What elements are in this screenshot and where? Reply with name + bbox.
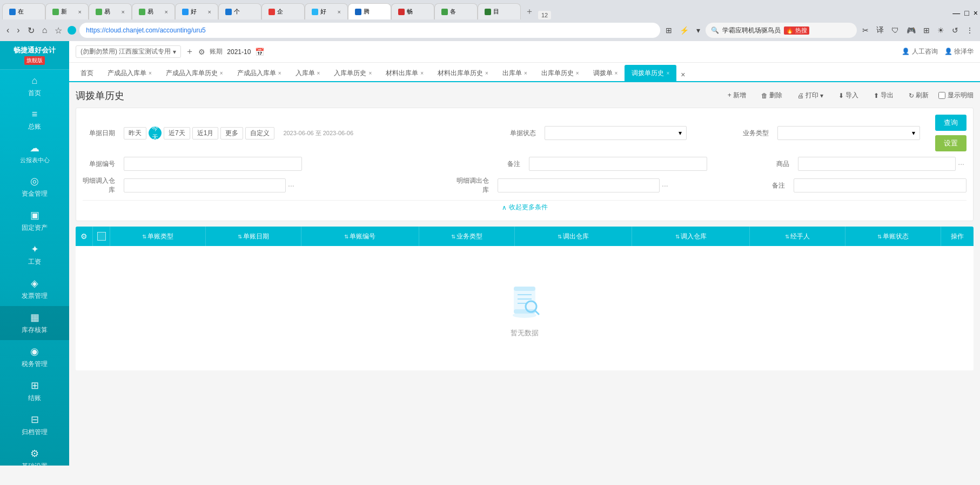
sidebar-item-inventory[interactable]: ▦ 库存核算 — [0, 306, 69, 340]
delete-btn[interactable]: 🗑 删除 — [756, 89, 788, 102]
sidebar-item-ledger[interactable]: ≡ 总账 — [0, 103, 69, 137]
browser-tab-9[interactable]: 腾 — [348, 3, 391, 19]
back-btn[interactable]: ‹ — [4, 23, 11, 37]
browser-tab-4[interactable]: 易 × — [132, 3, 175, 19]
tab-close-transfer[interactable]: × — [615, 70, 618, 76]
yesterday-btn[interactable]: 昨天 — [124, 127, 146, 139]
browser-tab-7[interactable]: 企 — [261, 3, 305, 19]
refresh-browser-btn[interactable]: ↻ — [25, 23, 37, 38]
close-btn[interactable]: × — [974, 9, 978, 17]
col-biztype[interactable]: ⇅ 业务类型 — [419, 227, 515, 246]
sidebar-item-report[interactable]: ☁ 云报表中心 — [0, 137, 69, 170]
home-btn[interactable]: ⌂ — [40, 23, 50, 37]
tab-in[interactable]: 入库单 × — [288, 65, 327, 81]
collapse-bar[interactable]: ∧ 收起更多条件 — [83, 200, 966, 214]
tab-close-out-history[interactable]: × — [576, 70, 579, 76]
in-warehouse-ellipsis-btn[interactable]: ··· — [286, 181, 297, 190]
minimize-btn[interactable]: — — [952, 9, 960, 17]
dropdown-btn[interactable]: ▾ — [694, 25, 702, 36]
sidebar-item-invoice[interactable]: ◈ 发票管理 — [0, 272, 69, 306]
extensions-btn[interactable]: ⊞ — [663, 25, 674, 36]
col-out[interactable]: ⇅ 调出仓库 — [515, 227, 633, 246]
tab-out[interactable]: 出库单 × — [495, 65, 534, 81]
theme-btn[interactable]: ☀ — [935, 25, 947, 36]
tab-close-out[interactable]: × — [524, 70, 527, 76]
grid-btn[interactable]: ⊞ — [921, 25, 932, 36]
tab-material-out[interactable]: 材料出库单 × — [379, 65, 431, 81]
tab-close-material-out-history[interactable]: × — [485, 70, 488, 76]
col-no[interactable]: ⇅ 单账编号 — [301, 227, 419, 246]
sidebar-item-fund[interactable]: ◎ 资金管理 — [0, 170, 69, 204]
browser-tab-1[interactable]: 在 — [2, 3, 45, 19]
browser-tab-11[interactable]: 各 — [434, 3, 478, 19]
close-all-tabs-btn[interactable]: × — [679, 68, 687, 81]
bookmark-btn[interactable]: ☆ — [52, 23, 64, 38]
refresh-btn[interactable]: ↻ 刷新 — [903, 89, 934, 102]
thunder-btn[interactable]: ⚡ — [677, 25, 691, 36]
col-date[interactable]: ⇅ 单账日期 — [206, 227, 301, 246]
tab-out-history[interactable]: 出库单历史 × — [534, 65, 586, 81]
display-detail-checkbox[interactable]: 显示明细 — [938, 91, 974, 100]
out-warehouse-ellipsis-btn[interactable]: ··· — [660, 181, 670, 190]
browser-tab-2[interactable]: 新 × — [45, 3, 89, 19]
browser-tab-10[interactable]: 畅 — [391, 3, 434, 19]
7days-btn[interactable]: 近7天 — [164, 127, 190, 139]
tab-product-in[interactable]: 产成品入库单 × — [100, 65, 159, 81]
tab-close-transfer-history[interactable]: × — [666, 70, 669, 76]
more-btn[interactable]: 更多 — [220, 127, 243, 139]
sidebar-item-tax[interactable]: ◉ 税务管理 — [0, 340, 69, 374]
tab-material-out-history[interactable]: 材料出库单历史 × — [431, 65, 495, 81]
note-filter-input[interactable] — [529, 157, 707, 171]
sidebar-item-salary[interactable]: ✦ 工资 — [0, 238, 69, 272]
tab-close-material-out[interactable]: × — [420, 70, 424, 76]
new-tab-btn[interactable]: ＋ — [521, 4, 538, 19]
browser-tab-6[interactable]: 个 — [218, 3, 261, 19]
sidebar-item-settings[interactable]: ⚙ 基础设置 — [0, 442, 69, 466]
company-selector[interactable]: (勿删勿禁用) 江西服宝测试专用 ▾ — [76, 45, 181, 58]
import-btn[interactable]: ⬇ 导入 — [833, 89, 864, 102]
calendar-icon[interactable]: 📅 — [255, 48, 264, 56]
col-status[interactable]: ⇅ 单账状态 — [845, 227, 941, 246]
game-btn[interactable]: 🎮 — [904, 25, 918, 36]
custom-btn[interactable]: 自定义 — [245, 127, 274, 139]
shield-btn[interactable]: 🛡 — [889, 25, 901, 36]
tab-close-in-history[interactable]: × — [368, 70, 372, 76]
tab-home[interactable]: 首页 — [73, 65, 100, 81]
status-select[interactable]: ▾ — [545, 126, 687, 140]
service-btn[interactable]: 👤 人工咨询 — [902, 47, 937, 56]
table-settings-btn[interactable]: ⚙ — [76, 227, 93, 246]
note2-filter-input[interactable] — [794, 178, 966, 192]
translate-btn[interactable]: 译 — [874, 24, 886, 36]
add-company-btn[interactable]: ＋ — [185, 46, 194, 57]
no-filter-input[interactable] — [124, 157, 302, 171]
sidebar-item-closing[interactable]: ⊞ 结账 — [0, 374, 69, 408]
menu-btn[interactable]: ⋮ — [964, 25, 976, 36]
forward-btn[interactable]: › — [15, 23, 22, 37]
out-warehouse-input[interactable] — [498, 178, 660, 192]
sidebar-item-asset[interactable]: ▣ 固定资产 — [0, 204, 69, 238]
sidebar-item-archive[interactable]: ⊟ 归档管理 — [0, 408, 69, 442]
settings-filter-btn[interactable]: 设置 — [935, 135, 966, 151]
new-btn[interactable]: + 新增 — [722, 89, 751, 102]
display-detail-input[interactable] — [938, 92, 945, 99]
browser-tab-5[interactable]: 好 × — [175, 3, 218, 19]
browser-tab-8[interactable]: 好 × — [305, 3, 348, 19]
goods-filter-input[interactable] — [798, 157, 956, 171]
table-select-all[interactable] — [93, 227, 110, 246]
undo-btn[interactable]: ↺ — [950, 25, 961, 36]
tab-close-2[interactable]: × — [78, 9, 82, 15]
today-btn[interactable]: 今天 — [149, 127, 162, 139]
tab-transfer-history[interactable]: 调拨单历史 × — [625, 65, 676, 81]
tab-close-product-in-history[interactable]: × — [220, 70, 223, 76]
tab-in-history[interactable]: 入库单历史 × — [327, 65, 379, 81]
tab-product-in-history[interactable]: 产成品入库单历史 × — [159, 65, 230, 81]
tab-transfer[interactable]: 调拨单 × — [586, 65, 625, 81]
1month-btn[interactable]: 近1月 — [192, 127, 219, 139]
tab-close-8[interactable]: × — [338, 9, 341, 15]
tab-product-in2[interactable]: 产成品入库单 × — [230, 65, 288, 81]
biztype-select[interactable]: ▾ — [777, 126, 920, 140]
col-in[interactable]: ⇅ 调入仓库 — [632, 227, 750, 246]
maximize-btn[interactable]: □ — [964, 9, 969, 17]
sidebar-item-home[interactable]: ⌂ 首页 — [0, 70, 69, 103]
col-handler[interactable]: ⇅ 经手人 — [750, 227, 845, 246]
